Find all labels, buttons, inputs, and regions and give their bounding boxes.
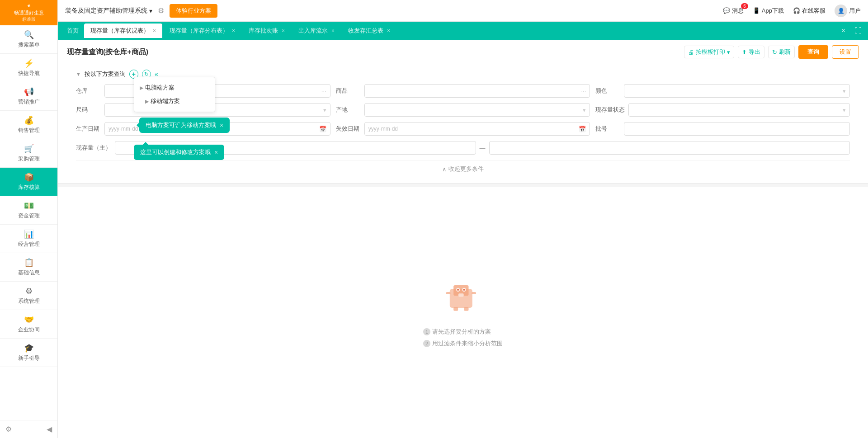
header-settings-icon[interactable]: ⚙	[158, 6, 164, 15]
sidebar-item-label: 经营管理	[18, 240, 40, 248]
empty-state-image	[440, 276, 486, 317]
page-title: 现存量查询(按仓库+商品)	[67, 47, 148, 57]
stock-qty-max[interactable]	[489, 141, 850, 155]
sidebar-item-stock[interactable]: 📦 库存核算	[0, 168, 57, 196]
svg-rect-8	[458, 293, 464, 297]
online-service-item[interactable]: 🎧 在线客服	[793, 7, 826, 15]
clipboard-icon: 📋	[24, 258, 34, 268]
industry-btn[interactable]: 体验行业方案	[170, 4, 217, 18]
tab-close-icon[interactable]: ×	[387, 28, 390, 34]
prod-date-label: 生产日期	[76, 125, 101, 133]
message-item[interactable]: 💬 消息 6	[723, 7, 744, 15]
bell-icon: 💬	[723, 7, 730, 14]
sidebar-item-enterprise[interactable]: 🤝 企业协同	[0, 310, 57, 339]
sidebar-item-basic[interactable]: 📋 基础信息	[0, 253, 57, 282]
tab-close-icon[interactable]: ×	[331, 28, 335, 34]
settings-icon[interactable]: ⚙	[5, 425, 12, 433]
sidebar-item-system[interactable]: ⚙ 系统管理	[0, 282, 57, 310]
tab-label: 收发存汇总表	[348, 27, 383, 35]
sidebar-item-quick[interactable]: ⚡ 快捷导航	[0, 54, 57, 82]
refresh-btn[interactable]: ↻ 刷新	[768, 46, 795, 58]
batch-label: 批号	[595, 125, 620, 133]
search-icon: 🔍	[24, 30, 34, 40]
sidebar-item-sales[interactable]: 💰 销售管理	[0, 111, 57, 139]
sidebar-item-search[interactable]: 🔍 搜索菜单	[0, 25, 57, 54]
chevron-down-icon: ▾	[727, 49, 730, 56]
tab-stock-status[interactable]: 现存量（库存状况表） ×	[84, 24, 162, 38]
color-select[interactable]: ▾	[624, 84, 850, 98]
tab-stock-dist[interactable]: 现存量（库存分布表） ×	[163, 24, 241, 38]
tooltip-text: 这里可以创建和修改方案哦	[140, 148, 211, 156]
scheme-mobile-item[interactable]: ▶ 移动端方案	[134, 94, 215, 108]
sidebar-item-label: 基础信息	[18, 269, 40, 277]
export-btn[interactable]: ⬆ 导出	[738, 46, 764, 58]
tab-fullscreen-icon[interactable]: ⛶	[852, 26, 864, 36]
header-right: 💬 消息 6 📱 App下载 🎧 在线客服 👤 用户	[723, 5, 861, 17]
calendar-icon: 📅	[579, 126, 586, 132]
user-label: 用户	[849, 7, 861, 15]
online-service-label: 在线客服	[802, 7, 826, 15]
tooltip-create-hint: 这里可以创建和修改方案哦 ×	[134, 145, 224, 160]
tab-label: 出入库流水	[298, 27, 328, 35]
collapse-btn[interactable]: ∧ 收起更多条件	[76, 160, 850, 178]
sidebar-item-purchase[interactable]: 🛒 采购管理	[0, 139, 57, 168]
svg-rect-11	[453, 307, 458, 311]
scheme-pc-item[interactable]: ▶ 电脑端方案	[134, 81, 215, 94]
app-download-item[interactable]: 📱 App下载	[753, 7, 784, 15]
tab-stock-batch[interactable]: 库存批次账 ×	[242, 24, 291, 38]
sidebar-collapse-icon[interactable]: ◀	[47, 425, 52, 433]
dots-icon: ···	[581, 88, 586, 94]
goods-select[interactable]: ···	[364, 84, 590, 98]
qty-max-input[interactable]	[493, 145, 846, 151]
tab-close-icon[interactable]: ×	[232, 28, 235, 34]
goods-label: 商品	[336, 87, 361, 95]
sidebar-item-label: 快捷导航	[18, 70, 40, 77]
tab-receive-summary[interactable]: 收发存汇总表 ×	[342, 24, 396, 38]
message-badge: 6	[741, 3, 748, 9]
sidebar-bottom: ⚙ ◀	[0, 420, 57, 438]
stock-status-select[interactable]: ▾	[628, 103, 850, 117]
sidebar-item-finance[interactable]: 💵 资金管理	[0, 196, 57, 225]
refresh-icon: ↻	[772, 49, 777, 56]
stock-status-label: 现存量状态	[595, 106, 625, 114]
connector-dot	[177, 123, 182, 128]
tab-home[interactable]: 首页	[61, 24, 84, 38]
origin-select[interactable]: ▾	[364, 103, 590, 117]
tooltip-close-icon[interactable]: ×	[220, 122, 223, 129]
sidebar-item-operation[interactable]: 📊 经营管理	[0, 225, 57, 253]
logo-text: 畅通通好生意	[14, 9, 44, 16]
megaphone-icon: 📢	[24, 87, 34, 97]
set-button[interactable]: 设置	[832, 45, 859, 59]
system-title-text: 装备及固定资产辅助管理系统	[65, 7, 147, 15]
filter-batch: 批号	[595, 122, 850, 136]
sidebar-item-marketing[interactable]: 📢 营销推广	[0, 82, 57, 111]
tab-inout-flow[interactable]: 出入库流水 ×	[292, 24, 341, 38]
query-button[interactable]: 查询	[798, 45, 828, 59]
chevron-down-icon: ▾	[149, 7, 152, 14]
money-icon: 💰	[24, 115, 34, 125]
origin-label: 产地	[336, 106, 361, 114]
lightning-icon: ⚡	[24, 58, 34, 68]
scheme-mobile-label: 移动端方案	[151, 97, 180, 105]
printer-icon: 🖨	[688, 49, 694, 56]
system-title-select[interactable]: 装备及固定资产辅助管理系统 ▾	[65, 7, 152, 15]
empty-hint-1: 1请先选择要分析的方案 2用过滤条件来缩小分析范围	[423, 326, 503, 349]
dots-icon: ···	[321, 88, 326, 94]
tab-label: 库存批次账	[249, 27, 278, 35]
user-item[interactable]: 👤 用户	[835, 5, 861, 17]
box-icon: 📦	[24, 172, 34, 182]
sidebar-item-guide[interactable]: 🎓 新手引导	[0, 339, 57, 367]
filter-stock-status: 现存量状态 ▾	[595, 103, 850, 117]
tab-bar: 首页 现存量（库存状况表） × 现存量（库存分布表） × 库存批次账 × 出入库…	[58, 22, 868, 40]
expiry-date-input[interactable]: yyyy-mm-dd 📅	[364, 122, 590, 136]
empty-state: 1请先选择要分析的方案 2用过滤条件来缩小分析范围	[58, 187, 868, 438]
tab-close-all-icon[interactable]: ×	[839, 26, 848, 36]
print-btn[interactable]: 🖨 按模板打印 ▾	[684, 46, 734, 58]
tooltip-close-icon[interactable]: ×	[214, 149, 218, 156]
tab-close-icon[interactable]: ×	[153, 28, 156, 34]
color-label: 颜色	[595, 87, 620, 95]
batch-input[interactable]	[624, 122, 850, 136]
header-left: 装备及固定资产辅助管理系统 ▾ ⚙ 体验行业方案	[65, 4, 217, 18]
batch-text-input[interactable]	[628, 126, 846, 132]
tab-close-icon[interactable]: ×	[282, 28, 285, 34]
